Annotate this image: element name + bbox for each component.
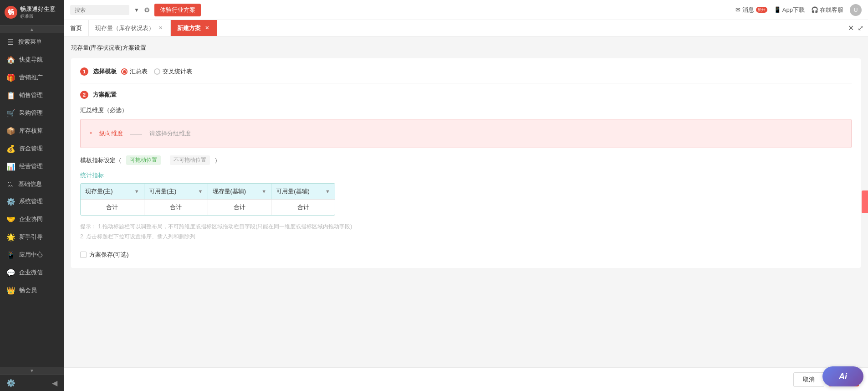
stats-section-label: 统计指标 <box>80 171 852 180</box>
sidebar-item-label: 基础信息 <box>18 180 42 188</box>
step2-row: 2 方案配置 <box>80 91 852 99</box>
chat-icon: 💬 <box>6 268 15 277</box>
sidebar-item-label: 新手引导 <box>19 233 43 241</box>
tab-close-icon[interactable]: ✕ <box>157 25 164 31</box>
dimension-vertical-label: 纵向维度 <box>99 129 123 138</box>
radio-summary-label: 汇总表 <box>130 67 148 76</box>
sidebar-item-system[interactable]: ⚙️ 系统管理 <box>0 193 64 211</box>
ai-bubble[interactable]: Ai <box>822 366 863 386</box>
radio-cross-dot <box>154 68 160 75</box>
logo-area: 畅 畅康通好生意 标准版 <box>0 0 64 26</box>
handshake-icon: 🤝 <box>6 215 15 224</box>
headset-icon: 🎧 <box>811 6 818 13</box>
step1-row: 1 选择模板 汇总表 交叉统计表 <box>80 67 852 76</box>
stats-table: 现存量(主) ▼ 可用量(主) ▼ 现存量(基辅) ▼ 可用量(基辅) ▼ <box>80 183 335 216</box>
avatar[interactable]: U <box>850 4 862 16</box>
sidebar-item-inventory[interactable]: 📦 库存核算 <box>0 122 64 140</box>
logo-text: 畅康通好生意 标准版 <box>20 5 56 20</box>
sidebar-scroll-down[interactable]: ▼ <box>0 367 64 375</box>
tips-box: 提示： 1.拖动标题栏可以调整布局，不可跨维度或指标区域拖动栏目字段(只能在同一… <box>80 222 852 242</box>
settings-icon[interactable]: ⚙️ <box>6 379 15 387</box>
sidebar-item-quick-nav[interactable]: 🏠 快捷导航 <box>0 51 64 69</box>
radio-cross[interactable]: 交叉统计表 <box>154 67 192 76</box>
sidebar-bottom: ⚙️ ◀ <box>0 375 64 391</box>
topbar: ▼ ⚙ 体验行业方案 ✉ 消息 99+ 📱 App下载 🎧 在线客服 U <box>64 0 868 20</box>
sidebar-item-label: 销售管理 <box>19 91 43 99</box>
sidebar-scroll-up[interactable]: ▲ <box>0 26 64 33</box>
sidebar-item-vip[interactable]: 👑 畅会员 <box>0 282 64 299</box>
service-label: 在线客服 <box>820 6 843 14</box>
phone-icon: 📱 <box>6 251 15 259</box>
app-download-button[interactable]: 📱 App下载 <box>774 6 805 14</box>
message-icon: ✉ <box>735 6 740 13</box>
ai-label: Ai <box>839 372 847 381</box>
clipboard-icon: 📋 <box>6 91 15 100</box>
tab-new-scheme-close-icon[interactable]: ✕ <box>204 25 210 31</box>
radio-cross-label: 交叉统计表 <box>163 67 192 76</box>
tab-inventory-status[interactable]: 现存量（库存状况表） ✕ <box>89 20 171 36</box>
stats-col1-header: 现存量(主) <box>85 187 113 196</box>
indicator-label-end: ） <box>214 156 220 165</box>
gift-icon: 🎁 <box>6 73 15 82</box>
fixed-chip: 不可拖动位置 <box>170 155 210 165</box>
content-area: 现存量(库存状况表)方案设置 1 选择模板 汇总表 交叉统计表 <box>64 36 868 367</box>
search-input[interactable] <box>70 5 129 15</box>
message-button[interactable]: ✉ 消息 99+ <box>735 6 767 14</box>
tips-tip1-text: 1.拖动标题栏可以调整布局，不可跨维度或指标区域拖动栏目字段(只能在同一维度或指… <box>98 223 352 230</box>
sidebar-item-finance[interactable]: 💰 资金管理 <box>0 140 64 158</box>
dimension-box: * 纵向维度 —— 请选择分组维度 <box>80 119 852 148</box>
tab-new-scheme[interactable]: 新建方案 ✕ <box>171 20 217 36</box>
stats-col4-header: 可用量(基辅) <box>276 187 310 196</box>
summary-dimension-label: 汇总维度（必选） <box>80 106 852 114</box>
stats-data-col1: 合计 <box>81 199 144 215</box>
star-icon: 🌟 <box>6 233 15 242</box>
template-radio-group: 汇总表 交叉统计表 <box>121 67 192 76</box>
collapse-icon[interactable]: ◀ <box>52 379 57 387</box>
stats-header-col4[interactable]: 可用量(基辅) ▼ <box>271 184 335 199</box>
sidebar-item-label: 企业协同 <box>19 215 43 223</box>
stats-header-col1[interactable]: 现存量(主) ▼ <box>81 184 144 199</box>
page-title: 现存量(库存状况表)方案设置 <box>71 44 861 52</box>
sidebar-item-sales[interactable]: 📋 销售管理 <box>0 87 64 104</box>
search-icon: ☰ <box>6 38 15 46</box>
right-edge-strip[interactable] <box>862 190 868 213</box>
trial-button[interactable]: 体验行业方案 <box>154 4 201 16</box>
tips-tip2-text: 2. 点击标题栏下拉可设置排序、插入列和删除列 <box>80 233 195 240</box>
sidebar-item-marketing[interactable]: 🎁 营销推广 <box>0 69 64 87</box>
radio-summary[interactable]: 汇总表 <box>121 67 148 76</box>
sidebar-item-basic[interactable]: 🗂 基础信息 <box>0 175 64 193</box>
dimension-placeholder[interactable]: 请选择分组维度 <box>149 129 191 138</box>
topbar-gear-icon[interactable]: ⚙ <box>144 6 150 14</box>
cancel-button[interactable]: 取消 <box>793 372 824 387</box>
home-icon: 🏠 <box>6 56 15 64</box>
sidebar-item-wechat[interactable]: 💬 企业微信 <box>0 264 64 282</box>
sidebar-item-label: 采购管理 <box>19 109 43 117</box>
sidebar-item-guide[interactable]: 🌟 新手引导 <box>0 228 64 246</box>
topbar-left: ▼ ⚙ 体验行业方案 <box>70 4 201 16</box>
stats-header-col3[interactable]: 现存量(基辅) ▼ <box>208 184 272 199</box>
tab-home-label: 首页 <box>70 24 82 32</box>
sidebar-item-label: 营销推广 <box>19 73 43 82</box>
tab-home[interactable]: 首页 <box>64 20 89 36</box>
online-service-button[interactable]: 🎧 在线客服 <box>811 6 843 14</box>
stats-header-col2[interactable]: 可用量(主) ▼ <box>144 184 208 199</box>
stats-col3-header: 现存量(基辅) <box>213 187 246 196</box>
stats-data-row: 合计 合计 合计 合计 <box>81 199 335 215</box>
dropdown-icon[interactable]: ▼ <box>134 7 139 13</box>
sidebar-item-operation[interactable]: 📊 经营管理 <box>0 158 64 175</box>
sidebar-item-purchase[interactable]: 🛒 采购管理 <box>0 104 64 122</box>
sidebar-item-contract[interactable]: 🤝 企业协同 <box>0 211 64 228</box>
summary-dimension-text: 汇总维度（必选） <box>80 107 128 113</box>
indicator-row: 模板指标设定（ 可拖动位置 不可拖动位置 ） <box>80 155 852 165</box>
gear-icon: ⚙️ <box>6 197 15 206</box>
folder-icon: 🗂 <box>6 180 15 188</box>
sidebar-item-label: 快捷导航 <box>19 56 43 64</box>
sidebar-item-search[interactable]: ☰ 搜索菜单 <box>0 33 64 51</box>
sidebar-item-label: 经营管理 <box>19 162 43 170</box>
stats-data-col4: 合计 <box>271 199 335 215</box>
sidebar-item-appstore[interactable]: 📱 应用中心 <box>0 246 64 264</box>
save-checkbox[interactable] <box>80 252 87 258</box>
expand-panel-icon[interactable]: ⤢ <box>858 24 863 32</box>
close-panel-icon[interactable]: ✕ <box>848 24 854 32</box>
step1-divider <box>80 83 852 83</box>
